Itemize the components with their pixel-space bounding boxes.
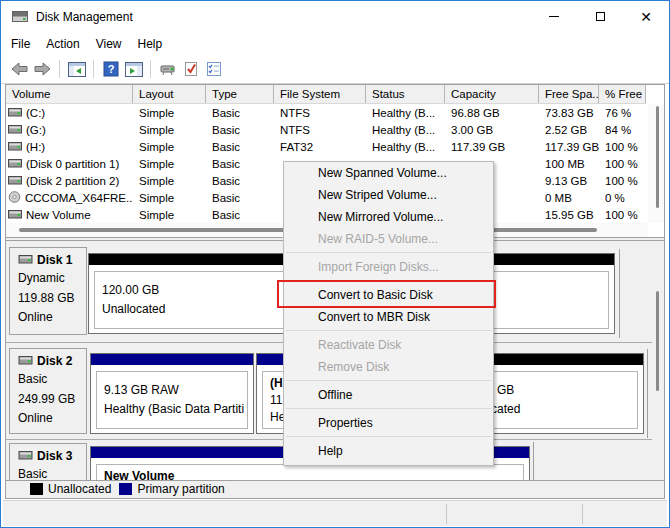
cell-file_system: NTFS bbox=[274, 121, 366, 138]
disk-icon bbox=[18, 449, 33, 463]
column-header-capacity[interactable]: Capacity bbox=[445, 85, 539, 103]
column-header-free-spa---[interactable]: Free Spa... bbox=[539, 85, 599, 103]
menu-separator bbox=[286, 330, 491, 331]
disk-region[interactable]: 9.13 GB RAWHealthy (Basic Data Partiti bbox=[90, 353, 254, 434]
cell-free_space: 117.39 GB bbox=[539, 138, 599, 155]
menu-item-new-mirrored-volume[interactable]: New Mirrored Volume... bbox=[284, 206, 493, 228]
volume-name: (H:) bbox=[26, 141, 45, 153]
menu-item-offline[interactable]: Offline bbox=[284, 384, 493, 406]
cell-free_space: 100 MB bbox=[539, 155, 599, 172]
status-bar bbox=[3, 500, 667, 526]
volume-list-vertical-scrollbar[interactable] bbox=[648, 104, 664, 223]
titlebar: Disk Management ✕ bbox=[1, 1, 669, 32]
cell-type: Basic bbox=[206, 104, 274, 121]
menu-item-new-spanned-volume[interactable]: New Spanned Volume... bbox=[284, 162, 493, 184]
toolbar-separator bbox=[59, 60, 60, 78]
cell-type: Basic bbox=[206, 189, 274, 206]
cell-pct_free: 100 % bbox=[599, 155, 646, 172]
legend-label: Primary partition bbox=[137, 482, 224, 496]
maximize-button[interactable] bbox=[577, 1, 623, 32]
volume-row[interactable]: (H:)SimpleBasicFAT32Healthy (B...117.39 … bbox=[6, 138, 646, 155]
menu-item-new-raid-5-volume: New RAID-5 Volume... bbox=[284, 228, 493, 250]
back-icon[interactable] bbox=[8, 58, 31, 80]
show-action-pane-icon[interactable] bbox=[122, 58, 145, 80]
minimize-button[interactable] bbox=[531, 1, 577, 32]
menu-help[interactable]: Help bbox=[130, 34, 171, 54]
menu-file[interactable]: File bbox=[3, 34, 38, 54]
volume-row[interactable]: (G:)SimpleBasicNTFSHealthy (B...3.00 GB2… bbox=[6, 121, 646, 138]
cell-status: Healthy (B... bbox=[366, 104, 445, 121]
disk-name: Disk 1 bbox=[37, 253, 72, 267]
show-console-tree-icon[interactable] bbox=[65, 58, 88, 80]
disk-info: Basic249.99 GBOnline bbox=[18, 370, 86, 429]
cell-pct_free: 0 % bbox=[599, 189, 646, 206]
scrollbar-thumb[interactable] bbox=[656, 291, 659, 391]
help-icon[interactable]: ? bbox=[99, 58, 122, 80]
cell-type: Basic bbox=[206, 138, 274, 155]
volume-row[interactable]: (C:)SimpleBasicNTFSHealthy (B...96.88 GB… bbox=[6, 104, 646, 121]
menu-view[interactable]: View bbox=[88, 34, 130, 54]
cell-layout: Simple bbox=[133, 155, 206, 172]
disk-label[interactable]: Disk 2Basic249.99 GBOnline bbox=[9, 348, 87, 434]
menu-item-reactivate-disk: Reactivate Disk bbox=[284, 334, 493, 356]
checklist-icon[interactable] bbox=[202, 58, 225, 80]
cell-free_space: 9.13 GB bbox=[539, 172, 599, 189]
cell-pct_free: 76 % bbox=[599, 104, 646, 121]
cell-capacity: 3.00 GB bbox=[445, 121, 539, 138]
menu-item-new-striped-volume[interactable]: New Striped Volume... bbox=[284, 184, 493, 206]
column-header-layout[interactable]: Layout bbox=[133, 85, 206, 103]
cell-free_space: 0 MB bbox=[539, 189, 599, 206]
minimize-icon bbox=[549, 16, 559, 17]
primary-partition-band bbox=[91, 354, 253, 365]
disk-label[interactable]: Disk 1Dynamic119.88 GBOnline bbox=[9, 247, 87, 335]
device-icon[interactable] bbox=[156, 58, 179, 80]
region-text-box: 9.13 GB RAWHealthy (Basic Data Partiti bbox=[96, 371, 248, 429]
status-bar-separator bbox=[582, 504, 583, 524]
column-header-type[interactable]: Type bbox=[206, 85, 274, 103]
menu-bar: FileActionViewHelp bbox=[1, 32, 669, 55]
column-header---free[interactable]: % Free bbox=[599, 85, 646, 103]
cell-free_space: 73.83 GB bbox=[539, 104, 599, 121]
drive-icon bbox=[8, 107, 22, 119]
toolbar-separator bbox=[93, 60, 94, 78]
highlight-rectangle bbox=[277, 280, 496, 308]
status-bar-separator bbox=[446, 504, 447, 524]
toolbar-separator bbox=[150, 60, 151, 78]
context-menu: New Spanned Volume...New Striped Volume.… bbox=[283, 161, 494, 466]
check-document-icon[interactable] bbox=[179, 58, 202, 80]
cell-capacity: 117.39 GB bbox=[445, 138, 539, 155]
drive-icon bbox=[8, 141, 22, 153]
app-icon bbox=[12, 10, 28, 26]
cell-layout: Simple bbox=[133, 189, 206, 206]
cell-type: Basic bbox=[206, 155, 274, 172]
scrollbar-thumb[interactable] bbox=[656, 106, 659, 208]
cell-type: Basic bbox=[206, 172, 274, 189]
volume-name: (Disk 0 partition 1) bbox=[26, 158, 119, 170]
svg-text:?: ? bbox=[107, 63, 114, 75]
cell-pct_free: 100 % bbox=[599, 206, 646, 223]
region-text-box: New Volume bbox=[96, 464, 524, 480]
disk-name: Disk 3 bbox=[37, 449, 72, 463]
drive-icon bbox=[8, 158, 22, 170]
menu-action[interactable]: Action bbox=[38, 34, 87, 54]
drive-icon bbox=[8, 175, 22, 187]
menu-item-convert-to-mbr-disk[interactable]: Convert to MBR Disk bbox=[284, 306, 493, 328]
legend-label: Unallocated bbox=[48, 482, 111, 496]
drive-icon bbox=[8, 209, 22, 221]
column-header-volume[interactable]: Volume bbox=[6, 85, 133, 103]
legend-swatch-primary-partition bbox=[119, 483, 132, 495]
volume-name: CCCOMA_X64FRE... bbox=[25, 192, 133, 204]
region-focus-line bbox=[533, 442, 534, 480]
menu-item-help[interactable]: Help bbox=[284, 440, 493, 462]
disk-label[interactable]: Disk 3Basic bbox=[9, 443, 87, 480]
volume-name: (G:) bbox=[26, 124, 46, 136]
cell-status: Healthy (B... bbox=[366, 138, 445, 155]
forward-icon[interactable] bbox=[31, 58, 54, 80]
cell-layout: Simple bbox=[133, 121, 206, 138]
close-button[interactable]: ✕ bbox=[623, 1, 669, 32]
menu-item-properties[interactable]: Properties bbox=[284, 412, 493, 434]
cell-layout: Simple bbox=[133, 104, 206, 121]
column-header-status[interactable]: Status bbox=[366, 85, 445, 103]
cell-pct_free: 100 % bbox=[599, 172, 646, 189]
column-header-file-system[interactable]: File System bbox=[274, 85, 366, 103]
